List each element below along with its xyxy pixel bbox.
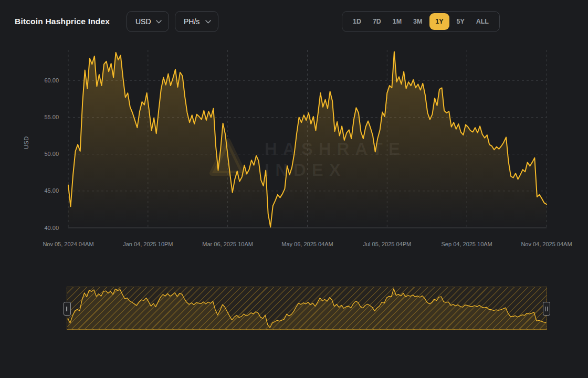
- hashprice-line-chart[interactable]: [67, 50, 548, 229]
- chevron-down-icon: [205, 20, 211, 24]
- unit-dropdown-value: PH/s: [184, 17, 200, 26]
- app-root: Bitcoin Hashprice Index USD PH/s 1D7D1M3…: [0, 0, 588, 378]
- range-brush[interactable]: [67, 287, 547, 330]
- range-button-5y[interactable]: 5Y: [452, 14, 468, 30]
- range-button-all[interactable]: ALL: [472, 14, 493, 30]
- brush-handle-right[interactable]: [543, 302, 550, 316]
- y-tick-label: 55.00: [19, 114, 59, 120]
- currency-dropdown-value: USD: [135, 17, 151, 26]
- unit-dropdown[interactable]: PH/s: [175, 11, 218, 32]
- page-title: Bitcoin Hashprice Index: [15, 17, 110, 26]
- y-tick-label: 40.00: [19, 225, 59, 231]
- brush-area-fill: [68, 289, 546, 329]
- currency-dropdown[interactable]: USD: [127, 11, 169, 32]
- y-tick-label: 50.00: [19, 151, 59, 157]
- area-fill: [68, 52, 547, 228]
- chevron-down-icon: [156, 20, 162, 24]
- time-range-group: 1D7D1M3M1Y5YALL: [342, 11, 500, 32]
- range-button-1y[interactable]: 1Y: [429, 13, 449, 30]
- y-tick-label: 45.00: [19, 187, 59, 194]
- x-tick-label: Nov 05, 2024 04AM: [29, 241, 108, 247]
- x-tick-label: Mar 06, 2025 10AM: [188, 241, 267, 247]
- range-button-3m[interactable]: 3M: [409, 14, 426, 30]
- y-tick-label: 60.00: [19, 77, 59, 83]
- y-axis-title: USD: [23, 136, 29, 149]
- range-button-1m[interactable]: 1M: [388, 14, 406, 30]
- x-tick-label: Jan 04, 2025 10PM: [109, 241, 187, 247]
- x-tick-label: Jul 05, 2025 04PM: [348, 241, 426, 247]
- x-tick-label: Sep 04, 2025 10AM: [427, 241, 506, 247]
- brush-handle-left[interactable]: [64, 302, 71, 316]
- range-button-7d[interactable]: 7D: [369, 14, 385, 30]
- range-button-1d[interactable]: 1D: [349, 14, 365, 30]
- brush-mini-chart: [67, 287, 547, 329]
- x-tick-label: Nov 04, 2025 04AM: [507, 241, 586, 247]
- x-tick-label: May 06, 2025 04AM: [268, 241, 347, 247]
